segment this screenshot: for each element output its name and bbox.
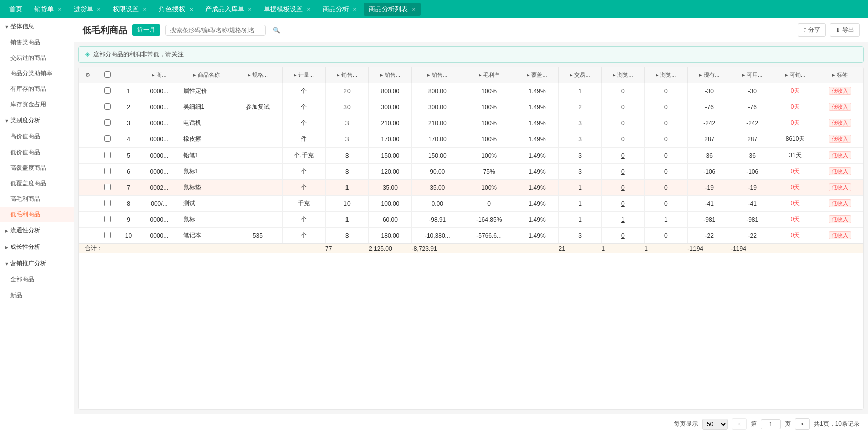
browse1-link[interactable]: 1: [621, 216, 625, 223]
page-number-input[interactable]: [761, 419, 781, 429]
browse1-link[interactable]: 0: [621, 168, 625, 175]
cell-browse1[interactable]: 0: [601, 131, 644, 148]
cell-check[interactable]: [97, 148, 118, 164]
cell-browse1[interactable]: 0: [601, 180, 644, 196]
prev-page-button[interactable]: ＜: [732, 418, 747, 430]
col-tag[interactable]: ▸ 标签: [817, 67, 863, 83]
col-sales-qty[interactable]: ▸ 销售...: [325, 67, 369, 83]
col-code[interactable]: ▸ 商...: [139, 67, 180, 83]
check-all-checkbox[interactable]: [104, 71, 111, 78]
nav-sales[interactable]: 销货单 ✕: [29, 3, 67, 16]
sidebar-item-traded-goods[interactable]: 交易过的商品: [0, 50, 74, 66]
col-name[interactable]: ▸ 商品名称: [180, 67, 233, 83]
cell-browse1[interactable]: 0: [601, 99, 644, 115]
col-settings[interactable]: ⚙: [79, 67, 97, 83]
col-unit[interactable]: ▸ 计量...: [282, 67, 325, 83]
cell-check[interactable]: [97, 99, 118, 115]
time-filter-button[interactable]: 近一月: [132, 24, 160, 36]
sidebar-item-stock-goods[interactable]: 有库存的商品: [0, 81, 74, 97]
nav-close-perms[interactable]: ✕: [143, 7, 147, 12]
search-input[interactable]: [165, 25, 266, 36]
sidebar-group-marketing[interactable]: ▾ 营销推广分析: [0, 255, 74, 272]
row-checkbox[interactable]: [104, 184, 111, 190]
browse1-link[interactable]: 0: [621, 232, 625, 239]
row-checkbox[interactable]: [104, 152, 111, 158]
row-checkbox[interactable]: [104, 103, 111, 110]
col-browse2[interactable]: ▸ 浏览...: [644, 67, 687, 83]
col-spec[interactable]: ▸ 规格...: [233, 67, 282, 83]
row-checkbox[interactable]: [104, 87, 111, 94]
cell-browse1[interactable]: 0: [601, 115, 644, 131]
sidebar-item-low-margin[interactable]: 低毛利商品: [0, 207, 74, 222]
col-sales-amount[interactable]: ▸ 销售...: [412, 67, 463, 83]
cell-browse1[interactable]: 0: [601, 228, 644, 244]
browse1-link[interactable]: 0: [621, 120, 625, 127]
next-page-button[interactable]: ＞: [795, 418, 810, 430]
nav-close-roles[interactable]: ✕: [189, 7, 193, 12]
sidebar-item-low-value[interactable]: 低价值商品: [0, 144, 74, 160]
sidebar-group-overall[interactable]: ▾ 整体信息: [0, 18, 74, 35]
cell-browse1[interactable]: 0: [601, 196, 644, 212]
col-transaction[interactable]: ▸ 交易...: [559, 67, 602, 83]
cell-check[interactable]: [97, 196, 118, 212]
col-available[interactable]: ▸ 可用...: [731, 67, 774, 83]
row-checkbox[interactable]: [104, 119, 111, 126]
sidebar-item-sales-goods[interactable]: 销售类商品: [0, 35, 74, 50]
nav-roles[interactable]: 角色授权 ✕: [154, 3, 198, 16]
browse1-link[interactable]: 0: [621, 88, 625, 95]
nav-close-analysis[interactable]: ✕: [353, 7, 357, 12]
search-icon[interactable]: 🔍: [273, 27, 280, 34]
browse1-link[interactable]: 0: [621, 184, 625, 191]
col-sales-price[interactable]: ▸ 销售...: [369, 67, 412, 83]
col-browse1[interactable]: ▸ 浏览...: [601, 67, 644, 83]
sidebar-group-liquidity[interactable]: ▸ 流通性分析: [0, 222, 74, 239]
cell-browse1[interactable]: 1: [601, 212, 644, 228]
nav-close-products[interactable]: ✕: [248, 7, 252, 12]
sidebar-item-capital[interactable]: 库存资金占用: [0, 97, 74, 112]
nav-products[interactable]: 产成品入库单 ✕: [200, 3, 257, 16]
col-gross-rate[interactable]: ▸ 毛利率: [463, 67, 515, 83]
cell-browse1[interactable]: 0: [601, 164, 644, 180]
row-checkbox[interactable]: [104, 135, 111, 142]
sidebar-group-growth[interactable]: ▸ 成长性分析: [0, 239, 74, 255]
sidebar-item-low-coverage[interactable]: 低覆盖度商品: [0, 176, 74, 191]
cell-check[interactable]: [97, 180, 118, 196]
browse1-link[interactable]: 0: [621, 136, 625, 143]
browse1-link[interactable]: 0: [621, 200, 625, 207]
nav-purchase[interactable]: 进货单 ✕: [69, 3, 106, 16]
col-current-stock[interactable]: ▸ 现有...: [687, 67, 731, 83]
nav-close-purchase[interactable]: ✕: [97, 7, 101, 12]
per-page-select[interactable]: 50 100: [702, 419, 728, 430]
nav-templates[interactable]: 单据模板设置 ✕: [259, 3, 316, 16]
browse1-link[interactable]: 0: [621, 104, 625, 111]
cell-check[interactable]: [97, 228, 118, 244]
cell-browse1[interactable]: 0: [601, 83, 644, 99]
row-checkbox[interactable]: [104, 200, 111, 206]
row-checkbox[interactable]: [104, 232, 111, 238]
col-check-all[interactable]: [97, 67, 118, 83]
browse1-link[interactable]: 0: [621, 152, 625, 159]
row-checkbox[interactable]: [104, 216, 111, 222]
cell-browse1[interactable]: 0: [601, 148, 644, 164]
nav-perms[interactable]: 权限设置 ✕: [108, 3, 152, 16]
cell-check[interactable]: [97, 83, 118, 99]
nav-analysis-list[interactable]: 商品分析列表 ✕: [364, 3, 421, 16]
sidebar-item-high-coverage[interactable]: 高覆盖度商品: [0, 160, 74, 176]
cell-check[interactable]: [97, 131, 118, 148]
sidebar-item-high-value[interactable]: 高价值商品: [0, 129, 74, 144]
nav-close-templates[interactable]: ✕: [307, 7, 311, 12]
nav-analysis[interactable]: 商品分析 ✕: [318, 3, 362, 16]
export-button[interactable]: ⬇ 导出: [830, 23, 860, 37]
sidebar-item-high-margin[interactable]: 高毛利商品: [0, 191, 74, 207]
col-saleable[interactable]: ▸ 可销...: [774, 67, 817, 83]
sidebar-item-all-goods[interactable]: 全部商品: [0, 272, 74, 287]
row-checkbox[interactable]: [104, 168, 111, 174]
cell-check[interactable]: [97, 164, 118, 180]
col-coverage[interactable]: ▸ 覆盖...: [515, 67, 559, 83]
nav-home[interactable]: 首页: [4, 3, 27, 16]
sidebar-item-category-rate[interactable]: 商品分类助销率: [0, 66, 74, 81]
nav-close-analysis-list[interactable]: ✕: [412, 7, 416, 12]
cell-check[interactable]: [97, 212, 118, 228]
sidebar-group-category[interactable]: ▾ 类别度分析: [0, 112, 74, 129]
nav-close-sales[interactable]: ✕: [58, 7, 62, 12]
